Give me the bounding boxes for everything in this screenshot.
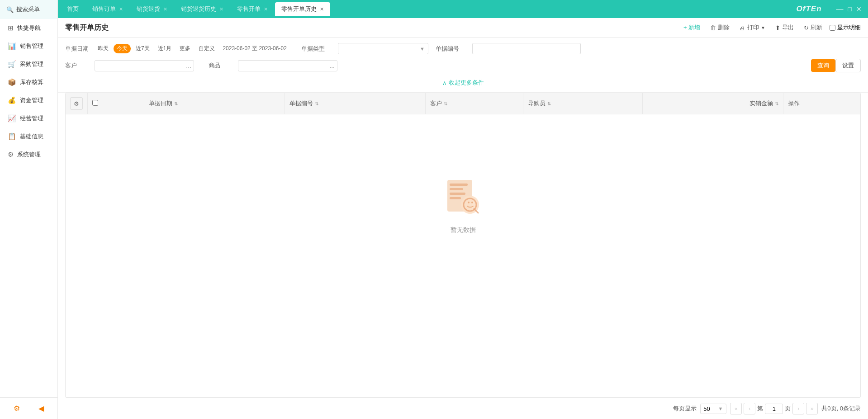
export-button[interactable]: ⬆ 导出 [773, 22, 797, 33]
sidebar-label-sys-mgmt: 系统管理 [17, 151, 41, 159]
per-page-select-wrapper: 50 10 20 100 ▼ [700, 404, 726, 414]
maximize-btn[interactable]: □ [848, 5, 852, 13]
toolbar-actions: + 新增 🗑 删除 🖨 打印 ▼ ⬆ 导出 ↻ 刷新 [681, 22, 861, 33]
sidebar-label-inventory: 库存核算 [20, 78, 43, 86]
brand-label: OfTEn [797, 5, 822, 14]
tab-retail-open-history[interactable]: 零售开单历史✕ [275, 2, 330, 16]
empty-illustration [441, 175, 486, 221]
select-all-checkbox[interactable] [92, 100, 98, 106]
custom-btn[interactable]: 自定义 [195, 44, 218, 53]
sort-date-icon: ⇅ [174, 101, 178, 106]
tab-label-sales-return: 销货退货 [137, 5, 160, 13]
sidebar-icon-finance: 💰 [8, 96, 16, 104]
customer-input[interactable] [95, 60, 194, 71]
content: 零售开单历史 + 新增 🗑 删除 🖨 打印 ▼ ⬆ 导出 ↻ [58, 18, 868, 419]
last-page-btn[interactable]: » [806, 403, 818, 414]
sidebar-item-inventory[interactable]: 📦 库存核算 [0, 73, 57, 91]
settings-button[interactable]: 设置 [835, 59, 861, 72]
tab-close-retail-open[interactable]: ✕ [264, 6, 268, 12]
tab-close-sales-order[interactable]: ✕ [119, 6, 123, 12]
svg-rect-4 [450, 197, 461, 199]
sidebar-icon-sales-mgmt: 📊 [8, 42, 16, 50]
filter-row-2: 客户 ... 商品 ... 查询 设置 [65, 59, 861, 72]
page-prefix-label: 第 [757, 405, 763, 413]
print-icon: 🖨 [740, 24, 745, 31]
refresh-button[interactable]: ↻ 刷新 [801, 22, 825, 33]
th-action: 操作 [783, 93, 860, 114]
window-controls: OfTEn — □ ✕ [797, 5, 865, 14]
delete-button[interactable]: 🗑 删除 [707, 22, 732, 33]
pagination-nav: « ‹ 第 页 › » [730, 403, 818, 414]
date-range-display: 2023-06-02 至 2023-06-02 [223, 45, 286, 52]
th-date[interactable]: 单据日期 ⇅ [144, 93, 285, 114]
page-input[interactable] [765, 404, 783, 414]
sidebar-item-base-info[interactable]: 📋 基础信息 [0, 127, 57, 146]
doc-no-input-wrap [472, 43, 581, 54]
tab-sales-order[interactable]: 销售订单✕ [86, 2, 129, 16]
svg-point-8 [468, 202, 470, 203]
svg-rect-2 [450, 188, 463, 190]
tab-retail-open[interactable]: 零售开单✕ [231, 2, 274, 16]
sidebar-icon-sys-mgmt: ⚙ [8, 151, 14, 159]
tab-close-retail-open-history[interactable]: ✕ [320, 6, 324, 12]
first-page-btn[interactable]: « [730, 403, 742, 414]
tab-sales-return-history[interactable]: 销货退货历史✕ [175, 2, 230, 16]
sidebar-item-finance[interactable]: 💰 资金管理 [0, 91, 57, 109]
last7days-btn[interactable]: 近7天 [133, 44, 153, 53]
print-button[interactable]: 🖨 打印 ▼ [737, 22, 768, 33]
th-guide[interactable]: 导购员 ⇅ [523, 93, 643, 114]
last1month-btn[interactable]: 近1月 [155, 44, 175, 53]
tab-label-home: 首页 [67, 5, 79, 13]
today-btn[interactable]: 今天 [114, 44, 131, 53]
sort-guide-icon: ⇅ [547, 101, 551, 106]
tab-label-sales-return-history: 销货退货历史 [181, 5, 216, 13]
prev-page-btn[interactable]: ‹ [744, 403, 755, 414]
th-no[interactable]: 单据编号 ⇅ [285, 93, 425, 114]
sidebar-item-sys-mgmt[interactable]: ⚙ 系统管理 [0, 146, 57, 164]
yesterday-btn[interactable]: 昨天 [95, 44, 112, 53]
th-checkbox-col [88, 93, 144, 114]
tab-sales-return[interactable]: 销货退货✕ [130, 2, 174, 16]
minimize-btn[interactable]: — [836, 5, 844, 13]
sidebar-icon-base-info: 📋 [8, 132, 16, 141]
tab-label-retail-open: 零售开单 [237, 5, 261, 13]
doc-type-select[interactable] [338, 43, 428, 54]
sidebar-search[interactable]: 🔍 搜索采单 [0, 0, 57, 19]
table-settings-btn[interactable]: ⚙ [70, 97, 83, 110]
customer-dots-btn[interactable]: ... [186, 62, 191, 69]
th-settings: ⚙ [66, 93, 88, 114]
tab-close-sales-return-history[interactable]: ✕ [219, 6, 223, 12]
doc-no-input[interactable] [472, 43, 581, 54]
collapse-btn[interactable]: ∧ 收起更多条件 [65, 77, 861, 90]
next-page-btn[interactable]: › [792, 403, 804, 414]
sidebar-settings-btn[interactable]: ⚙ [10, 402, 24, 414]
add-button[interactable]: + 新增 [681, 22, 703, 33]
th-customer[interactable]: 客户 ⇅ [426, 93, 523, 114]
tab-label-sales-order: 销售订单 [92, 5, 116, 13]
product-input[interactable] [238, 60, 337, 71]
sidebar-label-quick-nav: 快捷导航 [17, 24, 41, 32]
display-detail-checkbox[interactable] [830, 25, 835, 31]
product-dots-btn[interactable]: ... [329, 62, 335, 69]
query-button[interactable]: 查询 [811, 59, 835, 72]
display-detail-toggle[interactable]: 显示明细 [830, 24, 861, 32]
sidebar-bottom: ⚙ ◀ [0, 397, 57, 419]
sidebar-collapse-btn[interactable]: ◀ [35, 402, 47, 414]
sidebar-icon-quick-nav: ⊞ [8, 24, 14, 32]
sidebar-item-sales-mgmt[interactable]: 📊 销售管理 [0, 37, 57, 55]
sidebar-icon-purchase-mgmt: 🛒 [8, 60, 16, 68]
sidebar-item-purchase-mgmt[interactable]: 🛒 采购管理 [0, 55, 57, 73]
sidebar-item-operation[interactable]: 📈 经营管理 [0, 109, 57, 127]
sidebar-item-quick-nav[interactable]: ⊞ 快捷导航 [0, 19, 57, 37]
tab-close-sales-return[interactable]: ✕ [163, 6, 167, 12]
svg-point-9 [471, 202, 473, 203]
product-filter-label: 商品 [209, 61, 238, 70]
more-btn[interactable]: 更多 [176, 44, 194, 53]
close-btn[interactable]: ✕ [856, 5, 862, 13]
main: 首页销售订单✕销货退货✕销货退货历史✕零售开单✕零售开单历史✕ OfTEn — … [58, 0, 868, 419]
tab-home[interactable]: 首页 [61, 2, 85, 16]
filter-area: 单据日期 昨天 今天 近7天 近1月 更多 自定义 2023-06-02 至 2… [58, 38, 868, 93]
doc-type-select-wrapper: ▼ [338, 43, 428, 54]
th-amount[interactable]: 实销金额 ⇅ [642, 93, 783, 114]
per-page-select[interactable]: 50 10 20 100 [700, 404, 726, 414]
